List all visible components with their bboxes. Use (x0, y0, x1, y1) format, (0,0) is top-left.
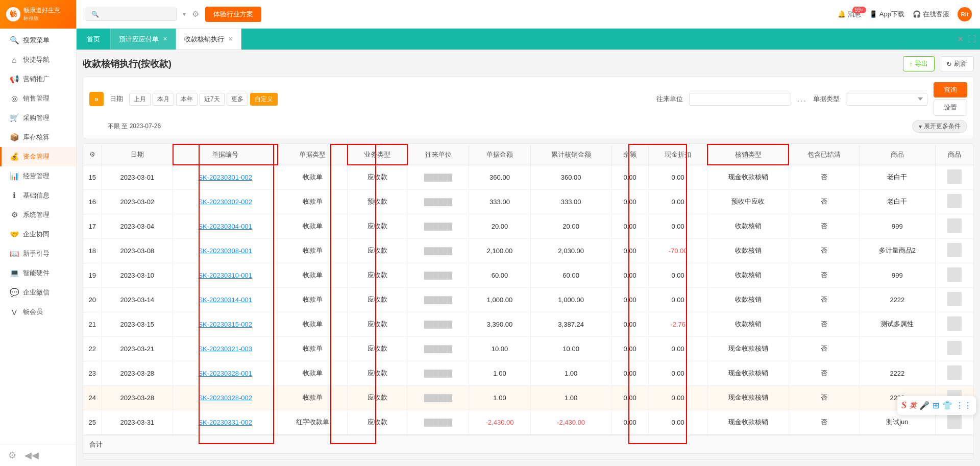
tab-collection[interactable]: 收款核销执行 ✕ (176, 29, 241, 50)
row-writeoff-type: 收款核销 (707, 238, 789, 263)
sidebar-label-search: 搜索菜单 (23, 36, 50, 45)
sidebar-item-basic[interactable]: ℹ 基础信息 (0, 186, 76, 205)
refresh-button[interactable]: ↻ 刷新 (940, 56, 974, 71)
doc-no-link[interactable]: SK-20230315-002 (198, 321, 252, 328)
goods-thumbnail (947, 194, 962, 208)
sidebar-item-inventory[interactable]: 📦 库存核算 (0, 128, 76, 147)
query-button[interactable]: 查询 (934, 82, 967, 97)
col-settings-icon[interactable]: ⚙ (83, 144, 102, 165)
logo-name: 畅康道好生意 (23, 7, 60, 15)
tab-prepay-close-icon[interactable]: ✕ (163, 36, 167, 42)
sidebar-item-quick[interactable]: ⌂ 快捷导航 (0, 50, 76, 69)
row-partner: ██████ (407, 312, 469, 336)
tab-collection-close-icon[interactable]: ✕ (228, 36, 233, 42)
main-area: 🔍 ▾ ⚙ 体验行业方案 🔔 消息 99+ 📱 App下载 🎧 在线客服 Rit (77, 0, 980, 466)
last-month-button[interactable]: 上月 (129, 93, 151, 106)
sidebar-item-guide[interactable]: 📖 新手引导 (0, 244, 76, 263)
doc-no-link[interactable]: SK-20230328-002 (198, 394, 252, 402)
col-partner: 往来单位 (407, 144, 469, 165)
inventory-icon: 📦 (10, 133, 19, 142)
tab-close-all-icon[interactable]: ✕ (957, 34, 964, 44)
partner-input[interactable] (689, 93, 791, 106)
row-no: 19 (83, 263, 102, 287)
table-row[interactable]: 20 2023-03-14 SK-20230314-001 收款单 应收款 ██… (83, 287, 973, 312)
sidebar-item-search[interactable]: 🔍 搜索菜单 (0, 31, 76, 50)
filter-toggle-button[interactable]: » (89, 92, 104, 106)
horizontal-scrollbar[interactable] (83, 453, 973, 459)
user-avatar[interactable]: Rit (958, 7, 972, 21)
sidebar-item-purchase[interactable]: 🛒 采购管理 (0, 108, 76, 128)
tab-prepay[interactable]: 预计应应付单 ✕ (111, 29, 176, 50)
this-month-button[interactable]: 本月 (153, 93, 174, 106)
doc-no-link[interactable]: SK-20230302-002 (198, 198, 252, 206)
row-writeoff-type: 预收中应收 (707, 189, 789, 214)
row-goods2 (936, 165, 974, 189)
row-writeoff-type: 现金收款核销 (707, 336, 789, 361)
row-doc-type: 收款单 (278, 361, 348, 385)
collapse-icon[interactable]: ◀◀ (24, 450, 39, 461)
sidebar-item-system[interactable]: ⚙ 系统管理 (0, 205, 76, 225)
doc-no-link[interactable]: SK-20230301-002 (198, 174, 252, 181)
doc-type-select[interactable] (846, 93, 927, 106)
more-date-button[interactable]: 更多 (227, 93, 248, 106)
sidebar-item-finance[interactable]: 💰 资金管理 (0, 147, 76, 166)
table-row[interactable]: 22 2023-03-21 SK-20230321-003 收款单 应收款 ██… (83, 336, 973, 361)
table-row[interactable]: 15 2023-03-01 SK-20230301-002 收款单 应收款 ██… (83, 165, 973, 189)
sidebar-item-enterprise[interactable]: 🤝 企业协同 (0, 225, 76, 244)
doc-no-link[interactable]: SK-20230331-002 (198, 419, 252, 426)
grid-icon[interactable]: ⊞ (933, 401, 939, 410)
goods-thumbnail (947, 365, 962, 380)
expand-more-button[interactable]: ▾ 展开更多条件 (912, 120, 967, 133)
doc-no-link[interactable]: SK-20230328-001 (198, 370, 252, 377)
col-doc-no: 单据编号 (173, 144, 278, 165)
doc-no-link[interactable]: SK-20230314-001 (198, 296, 252, 304)
sidebar-item-marketing[interactable]: 📢 营销推广 (0, 69, 76, 89)
more-filters-dots[interactable]: ... (797, 94, 807, 104)
tab-expand-icon[interactable]: ⛶ (968, 35, 976, 44)
table-row[interactable]: 17 2023-03-04 SK-20230304-001 收款单 应收款 ██… (83, 214, 973, 238)
sidebar-item-hardware[interactable]: 💻 智能硬件 (0, 263, 76, 283)
sidebar-item-sales[interactable]: ◎ 销售管理 (0, 89, 76, 108)
doc-no-link[interactable]: SK-20230310-001 (198, 272, 252, 279)
sidebar-item-wechat[interactable]: 💬 企业微信 (0, 283, 76, 302)
last-7days-button[interactable]: 近7天 (200, 93, 225, 106)
online-service-button[interactable]: 🎧 在线客服 (913, 10, 949, 19)
table-scroll-container[interactable]: ⚙ 日期 单据编号 单据类型 业务类型 往来单位 单据金额 累计核销金额 余额 … (83, 144, 973, 435)
export-button[interactable]: ↑ 导出 (903, 56, 935, 71)
table-row[interactable]: 25 2023-03-31 SK-20230331-002 红字收款单 应收款 … (83, 410, 973, 434)
table-row[interactable]: 21 2023-03-15 SK-20230315-002 收款单 应收款 ██… (83, 312, 973, 336)
shirt-icon[interactable]: 👕 (942, 401, 952, 410)
solution-button[interactable]: 体验行业方案 (205, 7, 261, 22)
table-row[interactable]: 24 2023-03-28 SK-20230328-002 收款单 应收款 ██… (83, 385, 973, 410)
row-date: 2023-03-04 (102, 214, 173, 238)
app-download-button[interactable]: 📱 App下载 (869, 10, 904, 19)
row-balance: 0.00 (611, 336, 648, 361)
online-service-label: 在线客服 (923, 10, 949, 19)
sidebar-item-operation[interactable]: 📊 经营管理 (0, 166, 76, 186)
doc-no-link[interactable]: SK-20230304-001 (198, 223, 252, 230)
search-box[interactable]: 🔍 (85, 8, 177, 21)
this-year-button[interactable]: 本年 (176, 93, 198, 106)
table-row[interactable]: 16 2023-03-02 SK-20230302-002 收款单 预收款 ██… (83, 189, 973, 214)
notification-button[interactable]: 🔔 消息 99+ (838, 10, 861, 19)
doc-no-link[interactable]: SK-20230321-003 (198, 345, 252, 353)
doc-no-link[interactable]: SK-20230308-001 (198, 247, 252, 255)
sidebar-item-member[interactable]: V 畅会员 (0, 302, 76, 322)
row-partner: ██████ (407, 189, 469, 214)
mic-icon[interactable]: 🎤 (919, 401, 929, 410)
settings-icon[interactable]: ⚙ (192, 9, 199, 19)
table-row[interactable]: 23 2023-03-28 SK-20230328-001 收款单 应收款 ██… (83, 361, 973, 385)
custom-date-button[interactable]: 自定义 (250, 93, 278, 106)
sidebar-label-finance: 资金管理 (23, 152, 50, 161)
settings-gear-icon[interactable]: ⚙ (8, 450, 16, 461)
table-row[interactable]: 18 2023-03-08 SK-20230308-001 收款单 应收款 ██… (83, 238, 973, 263)
table-row[interactable]: 19 2023-03-10 SK-20230310-001 收款单 应收款 ██… (83, 263, 973, 287)
dropdown-arrow-icon[interactable]: ▾ (183, 11, 186, 18)
setting-button[interactable]: 设置 (934, 100, 967, 116)
row-biz-type: 应收款 (348, 410, 407, 434)
row-doc-type: 收款单 (278, 385, 348, 410)
row-goods2 (936, 189, 974, 214)
menu-icon[interactable]: ⋮⋮ (955, 401, 972, 410)
tab-home[interactable]: 首页 (77, 29, 111, 50)
row-no: 24 (83, 385, 102, 410)
